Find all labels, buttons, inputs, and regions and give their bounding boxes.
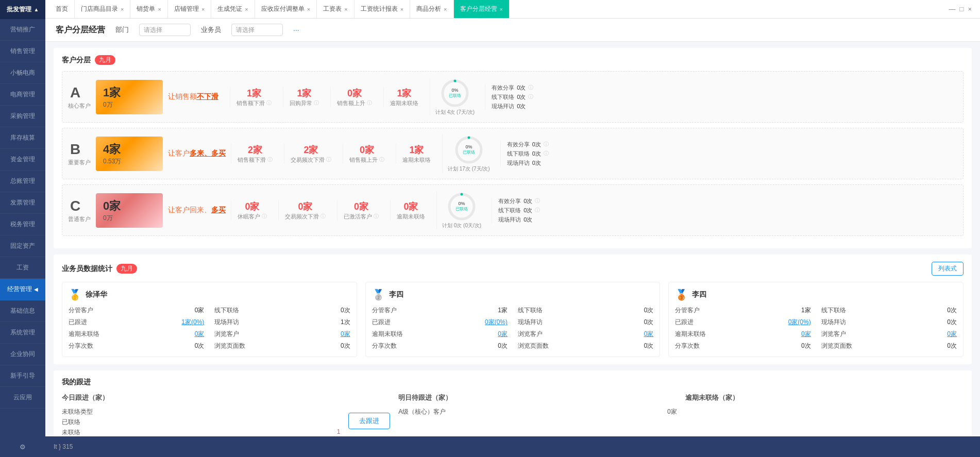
sidebar-item-xiaoshou[interactable]: 销售管理 [0,41,45,62]
circle-progress-svg: 0% 已联络 [440,78,470,109]
tab-close-icon[interactable]: × [307,6,310,12]
go-followup-button[interactable]: 去跟进 [348,413,390,429]
info-icon[interactable]: ⓘ [544,150,549,157]
staff-name-2: 李四 [389,290,403,299]
metric-label: 销售额上升 ⓘ [349,156,384,164]
sidebar-item-jichu[interactable]: 基础信息 [0,300,45,322]
sidebar-logo[interactable]: 批发管理 ▲ [0,0,45,19]
info-icon[interactable]: ⓘ [262,213,267,220]
sidebar-item-label: 小畅电商 [10,69,35,76]
staff-select[interactable]: 请选择 [231,24,283,36]
staff-medal-3: 🥉 [675,289,688,301]
staff-stat: 现场拜访 0次 [518,318,653,327]
window-close-icon[interactable]: × [968,5,972,13]
metric-label: 逾期未联络 [390,99,418,107]
sidebar-item-xitong[interactable]: 系统管理 [0,322,45,344]
tab-payroll-report[interactable]: 工资统计报表 × [354,0,410,19]
sidebar-item-label: 新手引导 [10,372,35,379]
info-icon[interactable]: ⓘ [266,99,272,107]
sidebar-item-xinshou[interactable]: 新手引导 [0,365,45,387]
tier-c-right-stats: 有效分享 0次 ⓘ 线下联络 0次 ⓘ 现场拜访 0次 [492,197,559,224]
tab-store-products[interactable]: 门店商品目录 × [75,0,130,19]
circle-progress-svg: 0% 已联络 [446,191,477,222]
tier-a-label-wrap: A 核心客户 [67,84,91,110]
sidebar-item-label: 基础信息 [10,307,35,314]
tier-c-count: 0家 [103,198,156,214]
section-header-staff: 业务员数据统计 九月 列表式 [62,262,964,276]
sidebar-item-yingxiao[interactable]: 营销推广 [0,19,45,41]
metric-label: 已激活客户 ⓘ [344,213,379,221]
sidebar-item-label: 云应用 [13,394,32,401]
sidebar-item-gongzi[interactable]: 工资 [0,257,45,279]
metric-count: 0家 [245,200,259,213]
info-icon[interactable]: ⓘ [528,84,533,91]
staff-stat: 分管客户 1家 [372,306,508,315]
sidebar-item-xiaochang[interactable]: 小畅电商 [0,62,45,84]
info-icon[interactable]: ⓘ [379,156,384,163]
tab-close-icon[interactable]: × [344,6,347,12]
window-max-icon[interactable]: □ [960,5,964,13]
tier-c-amount: 0万 [103,214,156,223]
window-min-icon[interactable]: — [949,5,956,13]
info-icon[interactable]: ⓘ [528,93,533,100]
tab-payroll[interactable]: 工资表 × [317,0,354,19]
today-rows: 未联络类型 已联络 未联络1 工消类型1 [62,408,340,436]
sidebar-item-shuiwu[interactable]: 税务管理 [0,214,45,235]
tab-close-icon[interactable]: × [444,6,447,12]
dept-select[interactable]: 请选择 [139,24,191,36]
sidebar-gear-icon[interactable]: ⚙ [0,437,45,457]
metric-count: 1家 [397,87,411,99]
info-icon[interactable]: ⓘ [544,141,549,148]
tab-customer-tier[interactable]: 客户分层经营 × [454,0,510,19]
info-icon[interactable]: ⓘ [320,213,326,220]
tier-b-letter: B [67,141,83,158]
tab-voucher[interactable]: 生成凭证 × [211,0,255,19]
circle-progress-svg: 0% 已联络 [453,134,484,165]
tab-close-icon[interactable]: × [500,6,503,12]
sidebar-item-zhangzhang[interactable]: 总账管理 [0,171,45,192]
tab-close-icon[interactable]: × [201,6,205,12]
staff-medal-1: 🥇 [69,289,81,301]
tab-sales-order[interactable]: 销货单 × [130,0,167,19]
info-icon[interactable]: ⓘ [374,213,379,220]
sidebar-item-yunyingyong[interactable]: 云应用 [0,387,45,409]
tab-product-analysis[interactable]: 商品分析 × [410,0,453,19]
tier-b-motto: 让客户多来、多买 [168,149,226,158]
info-icon[interactable]: ⓘ [314,99,319,107]
tab-close-icon[interactable]: × [158,6,161,12]
sidebar-item-jingying[interactable]: 经营管理 ◀ [0,279,45,300]
sidebar-item-kucun[interactable]: 库存核算 [0,127,45,149]
info-icon[interactable]: ⓘ [535,197,540,205]
sidebar-item-label: 系统管理 [10,329,35,336]
tab-close-icon[interactable]: × [245,6,248,12]
sidebar-item-label: 税务管理 [10,221,35,228]
sidebar-item-zijin[interactable]: 资金管理 [0,149,45,171]
sidebar-item-gudingzichan[interactable]: 固定资产 [0,235,45,257]
tier-a-metric-3: 0家 销售额上升 ⓘ [330,87,378,107]
tab-home[interactable]: 首页 [49,0,75,19]
info-icon[interactable]: ⓘ [267,156,273,163]
sidebar-item-fapiao[interactable]: 发票管理 [0,192,45,214]
tab-close-icon[interactable]: × [400,6,403,12]
sidebar-expand-icon[interactable]: ▲ [34,7,39,12]
section-header-followup: 我的跟进 [62,378,964,387]
tier-c-motto: 让客户回来、多买 [168,206,226,215]
circle-pct-text: 0% [452,88,459,93]
staff-stat: 分享次数 0次 [675,342,810,350]
sidebar-item-label: 固定资产 [10,242,35,249]
metric-count: 1家 [247,87,261,99]
svg-text:0%: 0% [459,201,465,206]
tab-ar-ap[interactable]: 应收应付调整单 × [255,0,317,19]
info-icon[interactable]: ⓘ [367,99,372,107]
tab-close-icon[interactable]: × [121,6,124,12]
sidebar-item-label: 总账管理 [10,177,35,184]
info-icon[interactable]: ⓘ [535,207,540,214]
more-filter-icon[interactable]: ··· [293,26,299,34]
sidebar-item-dianshang[interactable]: 电商管理 [0,84,45,106]
sidebar-item-caigou[interactable]: 采购管理 [0,106,45,127]
tab-shop-mgmt[interactable]: 店铺管理 × [168,0,211,19]
list-view-button[interactable]: 列表式 [932,262,964,276]
tier-b-amount: 0.53万 [103,157,156,166]
info-icon[interactable]: ⓘ [326,156,331,163]
sidebar-item-qiye[interactable]: 企业协同 [0,344,45,365]
